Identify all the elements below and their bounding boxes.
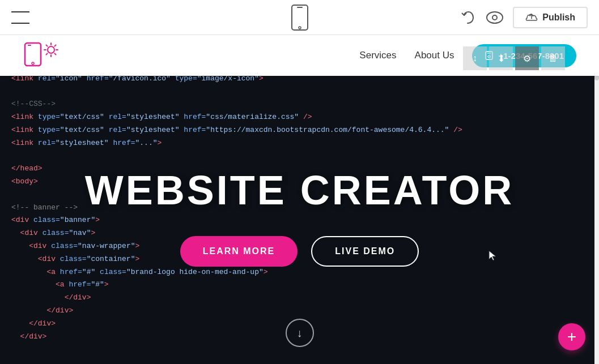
toolbar-center bbox=[291, 4, 309, 31]
mobile-device-icon[interactable] bbox=[291, 4, 309, 31]
hero-title: WEBSITE CREATOR bbox=[85, 167, 514, 213]
svg-line-14 bbox=[54, 53, 56, 54]
scrollbar-track[interactable] bbox=[594, 35, 599, 364]
settings-button[interactable]: ⚙ bbox=[515, 46, 539, 70]
toolbar-left bbox=[11, 11, 29, 24]
download-button[interactable]: ⬇ bbox=[489, 46, 513, 70]
preview-area: <meta name="viewport" content="width=dev… bbox=[0, 35, 599, 364]
toolbar: Publish bbox=[0, 0, 599, 35]
preview-button[interactable] bbox=[486, 11, 504, 24]
scroll-down-button[interactable]: ↓ bbox=[286, 319, 314, 347]
nav-link-about[interactable]: About Us bbox=[415, 50, 454, 61]
toolbar-right: Publish bbox=[461, 7, 588, 28]
svg-point-8 bbox=[48, 46, 54, 53]
svg-point-3 bbox=[487, 12, 503, 23]
nav-link-services[interactable]: Services bbox=[359, 50, 396, 61]
svg-point-7 bbox=[32, 62, 34, 65]
undo-button[interactable] bbox=[461, 11, 477, 24]
canvas: <meta name="viewport" content="width=dev… bbox=[0, 35, 599, 364]
add-section-button[interactable]: + bbox=[558, 323, 585, 350]
hamburger-menu-icon[interactable] bbox=[11, 11, 29, 24]
canvas-toolbar: ↕ ⬇ ⚙ 🗑 bbox=[463, 46, 565, 70]
svg-line-15 bbox=[54, 45, 56, 46]
logo bbox=[23, 40, 62, 71]
hero-content: WEBSITE CREATOR LEARN MORE LIVE DEMO bbox=[0, 35, 599, 364]
delete-button[interactable]: 🗑 bbox=[541, 46, 565, 70]
sort-button[interactable]: ↕ bbox=[463, 46, 487, 70]
live-demo-button[interactable]: LIVE DEMO bbox=[311, 236, 419, 267]
learn-more-button[interactable]: LEARN MORE bbox=[180, 236, 298, 267]
svg-line-16 bbox=[46, 53, 48, 54]
svg-line-13 bbox=[46, 45, 48, 46]
hero-buttons: LEARN MORE LIVE DEMO bbox=[180, 236, 419, 267]
publish-button[interactable]: Publish bbox=[513, 7, 588, 28]
svg-point-4 bbox=[492, 15, 497, 20]
svg-point-2 bbox=[299, 27, 301, 29]
publish-label: Publish bbox=[542, 12, 575, 23]
